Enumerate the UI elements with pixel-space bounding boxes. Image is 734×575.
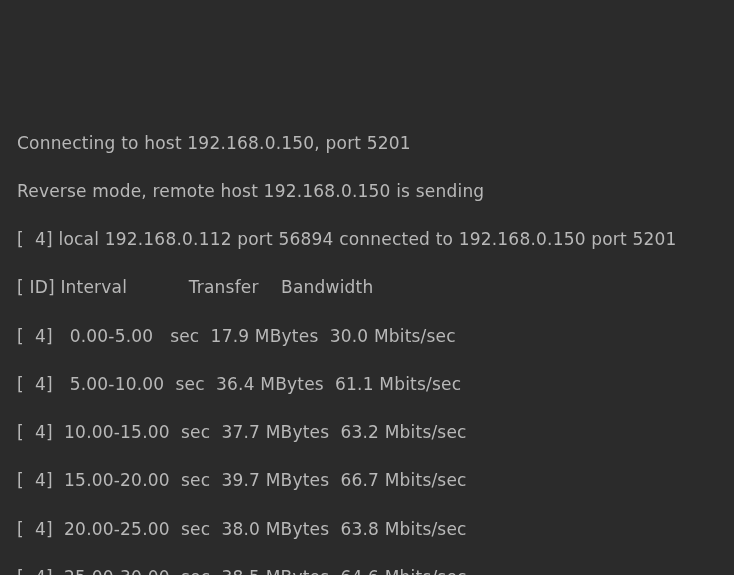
terminal-output: Connecting to host 192.168.0.150, port 5…: [17, 107, 717, 576]
interval-row: [ 4] 0.00-5.00 sec 17.9 MBytes 30.0 Mbit…: [17, 324, 717, 348]
local-connection-line: [ 4] local 192.168.0.112 port 56894 conn…: [17, 227, 717, 251]
connecting-line: Connecting to host 192.168.0.150, port 5…: [17, 131, 717, 155]
interval-row: [ 4] 5.00-10.00 sec 36.4 MBytes 61.1 Mbi…: [17, 372, 717, 396]
interval-row: [ 4] 25.00-30.00 sec 38.5 MBytes 64.6 Mb…: [17, 565, 717, 575]
column-header: [ ID] Interval Transfer Bandwidth: [17, 275, 717, 299]
interval-row: [ 4] 10.00-15.00 sec 37.7 MBytes 63.2 Mb…: [17, 420, 717, 444]
interval-row: [ 4] 15.00-20.00 sec 39.7 MBytes 66.7 Mb…: [17, 468, 717, 492]
reverse-mode-line: Reverse mode, remote host 192.168.0.150 …: [17, 179, 717, 203]
interval-row: [ 4] 20.00-25.00 sec 38.0 MBytes 63.8 Mb…: [17, 517, 717, 541]
